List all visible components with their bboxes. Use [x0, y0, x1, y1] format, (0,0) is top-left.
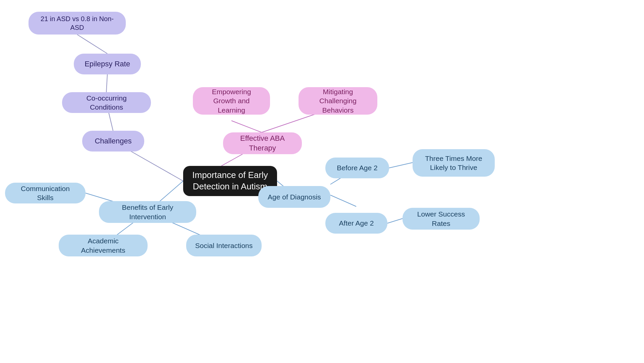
epilepsy-node: Epilepsy Rate: [74, 54, 141, 74]
mitigating-node: Mitigating Challenging Behaviors: [299, 87, 377, 115]
social-node: Social Interactions: [186, 235, 262, 256]
after-age2-node: After Age 2: [325, 213, 387, 234]
age-diagnosis-node: Age of Diagnosis: [258, 186, 330, 208]
svg-line-5: [231, 121, 262, 132]
challenges-node: Challenges: [82, 131, 144, 152]
academic-node: Academic Achievements: [59, 235, 148, 256]
aba-therapy-node: Effective ABA Therapy: [223, 132, 302, 154]
svg-line-15: [387, 219, 402, 223]
svg-line-2: [106, 74, 107, 92]
three-times-node: Three Times More Likely to Thrive: [413, 149, 495, 177]
before-age2-node: Before Age 2: [325, 158, 389, 178]
empowering-node: Empowering Growth and Learning: [193, 87, 270, 115]
asd-stat-node: 21 in ASD vs 0.8 in Non-ASD: [29, 12, 126, 35]
svg-line-13: [389, 163, 413, 168]
comm-skills-node: Communication Skills: [5, 183, 86, 203]
svg-line-3: [77, 35, 107, 54]
early-intervention-node: Benefits of Early Intervention: [99, 201, 196, 223]
co-occurring-node: Co-occurring Conditions: [62, 92, 151, 113]
lower-success-node: Lower Success Rates: [402, 208, 480, 230]
svg-line-14: [330, 195, 356, 206]
